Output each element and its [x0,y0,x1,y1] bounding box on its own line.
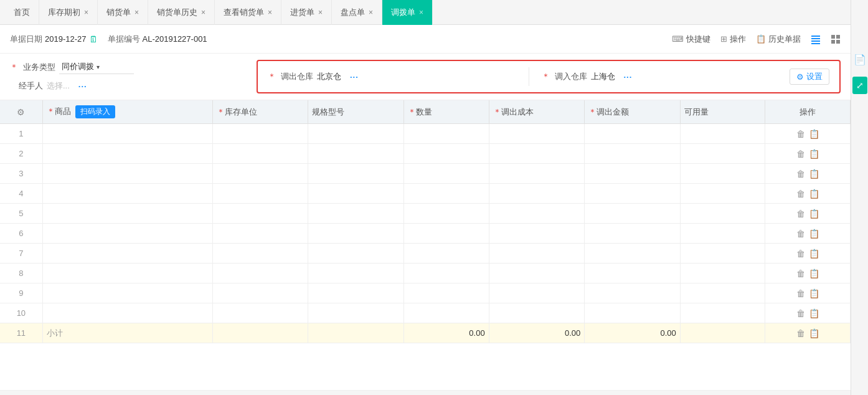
delete-icon-9[interactable]: 🗑 [796,288,805,298]
copy-icon-3[interactable]: 📋 [809,169,819,179]
calendar-icon[interactable]: 🗓 [89,34,98,44]
layout-btn-1[interactable] [811,34,821,44]
product-cell-10[interactable] [42,303,212,323]
product-cell-1[interactable] [42,124,212,144]
in-warehouse-more-button[interactable]: ··· [624,72,633,82]
product-cell-5[interactable] [42,204,212,224]
copy-icon-1[interactable]: 📋 [809,129,819,139]
cost-cell-3[interactable] [489,164,585,184]
operations-button[interactable]: ⊞ 操作 [720,34,746,45]
unit-cell-9[interactable] [212,283,308,303]
qty-cell-8[interactable] [404,264,489,283]
unit-cell-7[interactable] [212,244,308,264]
available-cell-1[interactable] [680,124,765,144]
amount-cell-3[interactable] [585,164,681,184]
delete-icon-7[interactable]: 🗑 [796,249,805,259]
amount-cell-10[interactable] [585,303,681,323]
delete-icon-6[interactable]: 🗑 [796,229,805,239]
person-input[interactable]: 选择... [47,80,70,92]
unit-cell-3[interactable] [212,164,308,184]
amount-cell-2[interactable] [585,144,681,164]
out-warehouse-more-button[interactable]: ··· [350,72,359,82]
out-warehouse-value[interactable]: 北京仓 [317,71,341,82]
copy-icon-10[interactable]: 📋 [809,308,819,318]
product-cell-3[interactable] [42,164,212,184]
qty-cell-1[interactable] [404,124,489,144]
settings-button[interactable]: ⚙ 设置 [790,69,829,85]
spec-cell-1[interactable] [308,124,404,144]
tab-sales-order[interactable]: 销货单 × [98,0,148,25]
amount-cell-9[interactable] [585,283,681,303]
delete-icon-11[interactable]: 🗑 [796,328,805,338]
product-cell-8[interactable] [42,264,212,283]
person-more-button[interactable]: ··· [78,82,87,91]
spec-cell-3[interactable] [308,164,404,184]
qty-cell-7[interactable] [404,244,489,264]
scan-button[interactable]: 扫码录入 [75,105,115,118]
shortcut-button[interactable]: ⌨ 快捷键 [672,34,710,45]
tab-inventory-init[interactable]: 库存期初 × [39,0,98,25]
tab-purchase-order[interactable]: 进货单 × [281,0,332,25]
copy-icon-7[interactable]: 📋 [809,249,819,259]
available-cell-9[interactable] [680,283,765,303]
cost-cell-2[interactable] [489,144,585,164]
tab-inventory-check[interactable]: 盘点单 × [332,0,382,25]
cost-cell-4[interactable] [489,184,585,204]
tab-close-view-sales[interactable]: × [268,8,272,17]
in-warehouse-value[interactable]: 上海仓 [591,71,615,82]
unit-cell-1[interactable] [212,124,308,144]
spec-cell-4[interactable] [308,184,404,204]
spec-cell-6[interactable] [308,224,404,244]
tab-close-inventory-init[interactable]: × [84,8,88,17]
delete-icon-8[interactable]: 🗑 [796,269,805,278]
amount-cell-1[interactable] [585,124,681,144]
qty-cell-9[interactable] [404,283,489,303]
qty-cell-6[interactable] [404,224,489,244]
delete-icon-10[interactable]: 🗑 [796,308,805,318]
available-cell-7[interactable] [680,244,765,264]
tab-transfer-order[interactable]: 调拨单 × [382,0,433,25]
spec-cell-7[interactable] [308,244,404,264]
copy-icon-5[interactable]: 📋 [809,209,819,219]
tab-close-sales-order[interactable]: × [134,8,139,17]
tab-view-sales[interactable]: 查看销货单 × [215,0,281,25]
amount-cell-6[interactable] [585,224,681,244]
product-cell-9[interactable] [42,283,212,303]
unit-cell-4[interactable] [212,184,308,204]
tab-close-transfer-order[interactable]: × [419,8,423,17]
product-cell-4[interactable] [42,184,212,204]
tab-sales-history[interactable]: 销货单历史 × [148,0,215,25]
col-gear-header[interactable]: ⚙ [0,100,42,124]
copy-icon-11[interactable]: 📋 [809,328,819,338]
horizontal-scrollbar[interactable] [0,390,851,395]
business-type-select[interactable]: 同价调拨 ▾ [59,60,134,74]
copy-icon-2[interactable]: 📋 [809,149,819,159]
gear-icon[interactable]: ⚙ [17,107,25,117]
unit-cell-8[interactable] [212,264,308,283]
delete-icon-4[interactable]: 🗑 [796,189,805,199]
cost-cell-7[interactable] [489,244,585,264]
unit-cell-2[interactable] [212,144,308,164]
delete-icon-1[interactable]: 🗑 [796,129,805,139]
copy-icon-6[interactable]: 📋 [809,229,819,239]
copy-icon-8[interactable]: 📋 [809,269,819,278]
available-cell-3[interactable] [680,164,765,184]
unit-cell-5[interactable] [212,204,308,224]
amount-cell-4[interactable] [585,184,681,204]
cost-cell-5[interactable] [489,204,585,224]
copy-icon-4[interactable]: 📋 [809,189,819,199]
delete-icon-5[interactable]: 🗑 [796,209,805,219]
qty-cell-4[interactable] [404,184,489,204]
product-cell-6[interactable] [42,224,212,244]
copy-icon-9[interactable]: 📋 [809,288,819,298]
product-cell-7[interactable] [42,244,212,264]
tab-close-sales-history[interactable]: × [201,8,205,17]
unit-cell-10[interactable] [212,303,308,323]
qty-cell-5[interactable] [404,204,489,224]
date-value[interactable]: 2019-12-27 [45,34,87,44]
amount-cell-5[interactable] [585,204,681,224]
panel-doc-icon[interactable]: 📄 [850,50,869,69]
product-cell-2[interactable] [42,144,212,164]
spec-cell-9[interactable] [308,283,404,303]
spec-cell-5[interactable] [308,204,404,224]
